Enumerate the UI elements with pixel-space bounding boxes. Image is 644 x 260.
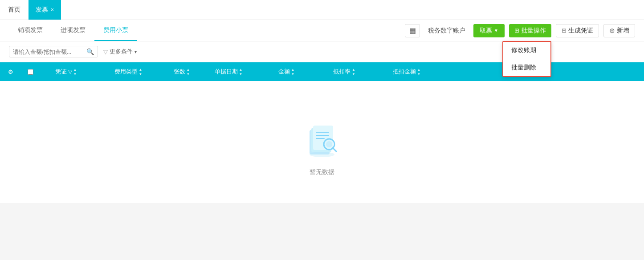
tab-expense-receipt[interactable]: 费用小票 [94,20,137,41]
deduction-amount-sort-icons: ▲▼ [417,68,421,76]
th-settings[interactable]: ⚙ [0,62,21,81]
modify-period-item[interactable]: 修改账期 [503,42,550,59]
select-all-checkbox[interactable] [28,69,33,75]
invoice-tab[interactable]: 发票 × [29,0,61,20]
th-expense-type[interactable]: 费用类型 ▲▼ [93,62,164,81]
svg-point-8 [326,141,332,147]
tab-sale-invoice[interactable]: 销项发票 [9,20,52,41]
more-conditions-button[interactable]: ▽ 更多条件 ▾ [103,48,137,56]
qrcode-icon: ▦ [409,26,416,35]
bulk-ops-icon: ⊞ [514,27,519,34]
th-deduction-rate-label: 抵扣率 [333,68,351,76]
bulk-ops-dropdown: 修改账期 批量删除 [502,41,551,77]
date-sort-icons: ▲▼ [239,68,243,76]
search-input[interactable] [13,49,86,55]
add-label: 新增 [617,27,629,35]
home-tab[interactable]: 首页 [0,0,29,20]
get-invoice-button[interactable]: 取票 ▼ [473,24,505,37]
bulk-ops-wrapper: ⊞ 批量操作 修改账期 批量删除 [509,24,551,37]
empty-state: 暂无数据 [0,81,644,203]
empty-state-illustration [300,117,344,161]
close-icon[interactable]: × [51,7,54,13]
generate-voucher-button[interactable]: ⊟ 生成凭证 [556,24,599,37]
sheets-sort-icons: ▲▼ [187,68,190,76]
th-checkbox[interactable] [21,62,39,81]
th-date-label: 单据日期 [215,68,238,76]
invoice-tab-label: 发票 [36,6,48,14]
qrcode-button[interactable]: ▦ [405,24,420,37]
tax-account-button[interactable]: 税务数字账户 [424,27,469,35]
th-amount[interactable]: 金额 ▲▼ [257,62,315,81]
th-deduction-rate[interactable]: 抵扣率 ▲▼ [315,62,373,81]
bulk-ops-label: 批量操作 [521,27,546,35]
generate-icon: ⊟ [562,27,567,34]
top-nav: 首页 发票 × [0,0,644,20]
bulk-ops-button[interactable]: ⊞ 批量操作 [509,24,551,37]
th-deduction-amount-label: 抵扣金额 [393,68,416,76]
table-container: ⚙ 凭证 ▽ ▲▼ 费用类型 ▲▼ 张数 ▲▼ 单据日期 ▲▼ 金额 ▲▼ 抵扣… [0,62,644,203]
generate-voucher-label: 生成凭证 [568,27,593,35]
th-deduction-amount[interactable]: 抵扣金额 ▲▼ [373,62,440,81]
chevron-down-icon-filter: ▾ [135,49,137,54]
th-voucher-label: 凭证 [55,68,67,76]
add-button[interactable]: ⊕ 新增 [603,24,635,37]
th-date[interactable]: 单据日期 ▲▼ [200,62,257,81]
voucher-filter-icon: ▽ [68,69,72,75]
th-sheets-label: 张数 [174,68,185,76]
batch-delete-item[interactable]: 批量删除 [503,59,550,76]
sub-tabs-bar: 销项发票 进项发票 费用小票 ▦ 税务数字账户 取票 ▼ ⊞ 批量操作 修改账期… [0,20,644,41]
th-expense-type-label: 费用类型 [114,68,138,76]
svg-line-9 [333,148,336,151]
deduction-rate-sort-icons: ▲▼ [352,68,355,76]
amount-sort-icons: ▲▼ [291,68,295,76]
th-sheets[interactable]: 张数 ▲▼ [164,62,200,81]
voucher-sort-icons: ▲▼ [73,68,77,76]
settings-icon: ⚙ [8,69,13,75]
more-conditions-label: 更多条件 [110,48,133,56]
filter-icon: ▽ [103,49,108,55]
tab-purchase-invoice[interactable]: 进项发票 [52,20,94,41]
expense-type-sort-icons: ▲▼ [139,68,143,76]
sub-tabs-right: ▦ 税务数字账户 取票 ▼ ⊞ 批量操作 修改账期 批量删除 ⊟ 生成凭证 ⊕ … [405,24,635,37]
sub-tabs-left: 销项发票 进项发票 费用小票 [9,20,137,41]
th-voucher[interactable]: 凭证 ▽ ▲▼ [39,62,93,81]
chevron-down-icon: ▼ [494,28,498,33]
empty-state-text: 暂无数据 [310,168,334,176]
get-invoice-label: 取票 [480,27,492,35]
search-input-wrap: 🔍 [9,46,98,57]
plus-icon: ⊕ [609,27,615,35]
th-amount-label: 金额 [278,68,290,76]
search-icon[interactable]: 🔍 [86,48,94,55]
